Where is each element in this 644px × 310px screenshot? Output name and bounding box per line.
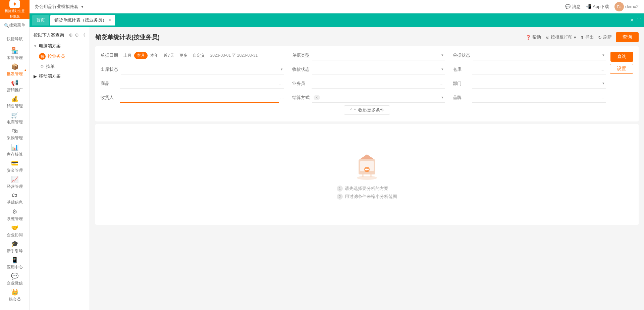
set-btn-side[interactable]: 设置 bbox=[610, 64, 633, 74]
date-btn-more[interactable]: 更多 bbox=[177, 52, 190, 59]
filter-date: 单据日期 上月 本月 本年 近7天 更多 自定义 2023-03-01 至 20… bbox=[101, 52, 284, 59]
query-button[interactable]: 查询 bbox=[616, 32, 639, 42]
help-btn[interactable]: ❓ 帮助 bbox=[526, 34, 541, 40]
filter-action-buttons: 查询 设置 bbox=[606, 50, 633, 74]
user-avatar: Ea bbox=[614, 2, 624, 11]
wholesale-icon: 📦 bbox=[11, 63, 18, 70]
query-btn-side[interactable]: 查询 bbox=[610, 52, 633, 62]
goods-select[interactable]: ... bbox=[120, 79, 284, 89]
date-btn-last-month[interactable]: 上月 bbox=[121, 52, 134, 59]
sidebar-item-basic[interactable]: 🗂 基础信息 bbox=[0, 191, 30, 207]
consignee-label: 收货人 bbox=[101, 95, 117, 101]
close-window-icon[interactable]: ✕ bbox=[630, 17, 634, 23]
dropdown-icon[interactable]: ▾ bbox=[81, 4, 84, 9]
purchase-icon: 🛍 bbox=[12, 127, 18, 135]
scheme-item-by-salesperson[interactable]: 按 按业务员 bbox=[30, 51, 90, 62]
sidebar-item-label: 销售管理 bbox=[7, 103, 23, 109]
filter-warehouse: 仓库 ... bbox=[453, 64, 606, 74]
sidebar-item-inventory[interactable]: 📊 库存核算 bbox=[0, 142, 30, 158]
tab-sales-stats[interactable]: 销货单统计表（按业务员） × bbox=[50, 15, 115, 25]
tab-home[interactable]: 首页 bbox=[32, 15, 49, 25]
sidebar-item-operations[interactable]: 📈 经营管理 bbox=[0, 174, 30, 191]
consignee-input[interactable] bbox=[120, 93, 279, 103]
date-btn-custom[interactable]: 自定义 bbox=[190, 52, 208, 59]
goods-dots[interactable]: ... bbox=[279, 81, 283, 86]
operations-icon: 📈 bbox=[11, 176, 18, 183]
collapse-btn[interactable]: ⌃⌃ 收起更多条件 bbox=[344, 105, 390, 115]
scheme-group-pc[interactable]: ▼ 电脑端方案 bbox=[30, 41, 90, 51]
search-menu-btn[interactable]: 🔍 搜索菜单 bbox=[0, 19, 30, 32]
refresh-btn[interactable]: ↻ 刷新 bbox=[598, 34, 612, 40]
sidebar-item-finance[interactable]: 💳 资金管理 bbox=[0, 158, 30, 174]
date-range: 2023-03-01 至 2023-03-31 bbox=[210, 53, 258, 58]
payment-status-select[interactable]: ▾ bbox=[312, 64, 445, 74]
sidebar-item-label: 系统管理 bbox=[7, 216, 23, 222]
sidebar-item-label: 畅会员 bbox=[9, 297, 21, 302]
page-actions: ❓ 帮助 🖨 按模板打印 ▾ ⬆ 导出 ↻ 刷新 bbox=[526, 32, 639, 42]
warehouse-select[interactable]: ... bbox=[472, 64, 606, 74]
doc-status-select[interactable]: ▾ bbox=[473, 50, 606, 60]
message-btn[interactable]: 💬 消息 bbox=[565, 4, 581, 10]
filter-department: 部门 ▾ bbox=[453, 79, 606, 89]
maximize-icon[interactable]: ⛶ bbox=[637, 17, 641, 23]
add-scheme-icon[interactable]: ⊕ bbox=[69, 32, 73, 38]
sidebar-item-marketing[interactable]: 📢 营销推广 bbox=[0, 78, 30, 94]
filter-row-1: 单据日期 上月 本月 本年 近7天 更多 自定义 2023-03-01 至 20… bbox=[101, 50, 606, 60]
sidebar-item-system[interactable]: ⚙ 系统管理 bbox=[0, 207, 30, 223]
scheme-group-mobile[interactable]: ▶ 移动端方案 bbox=[30, 71, 90, 81]
sidebar-item-enterprise[interactable]: 🤝 企业协同 bbox=[0, 223, 30, 239]
out-status-select[interactable]: ▾ bbox=[121, 64, 284, 74]
sidebar-item-label: 新手引导 bbox=[7, 248, 23, 254]
filter-doc-status: 单据状态 ▾ bbox=[453, 50, 606, 60]
filter-row-4: 收货人 ... 结算方式 × ▾ bbox=[101, 93, 606, 103]
salesperson-select[interactable]: ... bbox=[312, 79, 445, 89]
sidebar-item-appstore[interactable]: 📱 应用中心 bbox=[0, 255, 30, 271]
collapse-bar: ⌃⌃ 收起更多条件 bbox=[101, 103, 633, 117]
settlement-tag-close-icon[interactable]: × bbox=[316, 95, 318, 100]
tab-sales-stats-label: 销货单统计表（按业务员） bbox=[54, 17, 107, 23]
department-select[interactable]: ▾ bbox=[472, 79, 606, 89]
sidebar-item-label: 电商管理 bbox=[7, 119, 23, 125]
date-btn-this-month[interactable]: 本月 bbox=[134, 52, 148, 59]
date-btn-7days[interactable]: 近7天 bbox=[161, 52, 177, 59]
sidebar-item-wechat[interactable]: 💬 企业微信 bbox=[0, 271, 30, 287]
quick-nav-btn[interactable]: 快捷导航 bbox=[0, 32, 30, 46]
sidebar-item-wholesale[interactable]: 📦 批发管理 bbox=[0, 62, 30, 78]
collapse-scheme-icon[interactable]: 《 bbox=[81, 32, 86, 38]
scheme-item-by-order[interactable]: ⚙ 按单 bbox=[30, 62, 90, 71]
doc-type-label: 单据类型 bbox=[292, 52, 310, 58]
scheme-group-pc-label: 电脑端方案 bbox=[39, 43, 61, 49]
app-download-btn[interactable]: 📲 App下载 bbox=[586, 4, 609, 10]
date-label: 单据日期 bbox=[101, 52, 118, 58]
expand-arrow-icon: ▼ bbox=[34, 44, 37, 48]
scheme-group-mobile-label: 移动端方案 bbox=[39, 73, 61, 79]
salesperson-dots[interactable]: ... bbox=[440, 81, 444, 86]
template-print-btn[interactable]: 🖨 按模板打印 ▾ bbox=[545, 34, 576, 40]
download-icon: 📲 bbox=[586, 4, 591, 9]
consignee-dots[interactable]: ... bbox=[280, 95, 284, 100]
settings-scheme-icon[interactable]: ⊙ bbox=[75, 32, 79, 38]
sidebar-item-ecommerce[interactable]: 🛒 电商管理 bbox=[0, 110, 30, 126]
sidebar-item-label: 资金管理 bbox=[7, 168, 23, 173]
sidebar-item-retail[interactable]: 🏪 零售管理 bbox=[0, 46, 30, 62]
doc-status-label: 单据状态 bbox=[453, 52, 470, 58]
warehouse-dots[interactable]: ... bbox=[600, 67, 604, 72]
sidebar-item-label: 批发管理 bbox=[7, 71, 23, 77]
collapse-arrow-icon: ⌃⌃ bbox=[350, 108, 357, 113]
date-btn-this-year[interactable]: 本年 bbox=[148, 52, 161, 59]
empty-tip-2: 2 用过滤条件来缩小分析范围 bbox=[337, 194, 397, 200]
logo-text: 畅捷通好生意 bbox=[5, 9, 25, 13]
settlement-select[interactable]: × ▾ bbox=[312, 93, 445, 103]
sidebar-item-member[interactable]: 👑 畅会员 bbox=[0, 287, 30, 303]
scheme-badge: 按 bbox=[39, 53, 46, 60]
doc-type-select[interactable]: ▾ bbox=[312, 50, 445, 60]
brand-dots[interactable]: ... bbox=[600, 95, 604, 100]
sidebar-item-newbie[interactable]: 🎓 新手引导 bbox=[0, 239, 30, 255]
user-profile-btn[interactable]: Ea demo2 bbox=[614, 2, 639, 11]
export-btn[interactable]: ⬆ 导出 bbox=[580, 34, 594, 40]
tip-num-2: 2 bbox=[337, 194, 343, 200]
sidebar-item-sales[interactable]: 💰 销售管理 bbox=[0, 94, 30, 110]
tab-close-icon[interactable]: × bbox=[109, 18, 111, 22]
brand-select[interactable]: ... bbox=[472, 93, 606, 103]
sidebar-item-purchase[interactable]: 🛍 采购管理 bbox=[0, 126, 30, 142]
